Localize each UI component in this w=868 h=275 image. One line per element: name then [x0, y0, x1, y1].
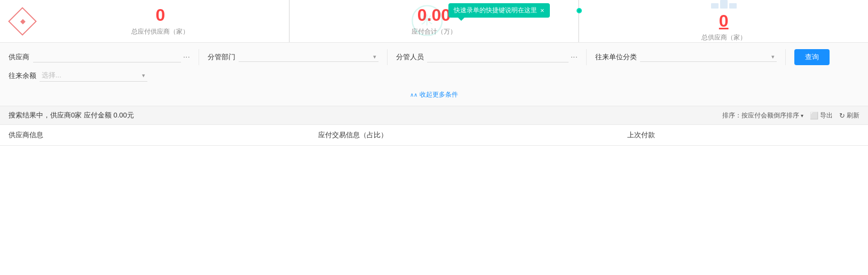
sort-chevron-icon: ▾ [801, 113, 803, 119]
total-suppliers-label: 总供应商（家） [701, 33, 746, 42]
refresh-label: 刷新 [847, 111, 859, 120]
refresh-icon: ↻ [839, 112, 845, 120]
table-header: 供应商信息 应付交易信息（占比） 上次付款 [0, 125, 868, 146]
stat-total-payable-suppliers: ◆ 0 总应付供应商（家） [0, 0, 289, 42]
supplier-input[interactable] [33, 52, 181, 62]
collapse-label: 收起更多条件 [420, 90, 458, 99]
icon-rect-2 [720, 0, 728, 9]
export-icon: ⬜ [810, 112, 818, 120]
logo-text: ◆ [20, 18, 25, 25]
filter-row-1: 供应商 ··· 分管部门 ▾ 分管人员 ··· 往来单位分类 ▾ [9, 49, 859, 65]
filter-divider-3 [586, 49, 587, 65]
table-body [0, 146, 868, 275]
export-label: 导出 [820, 111, 833, 120]
icon-rect-1 [711, 3, 719, 9]
filter-divider-1 [199, 49, 199, 65]
total-payable-suppliers-label: 总应付供应商（家） [131, 27, 189, 36]
col-transaction-header: 应付交易信息（占比） [318, 130, 628, 140]
tooltip-text: 快速录单的快捷键说明在这里 [454, 6, 537, 15]
svg-text:米: 米 [421, 13, 433, 26]
col-last-payment-header: 上次付款 [627, 130, 859, 140]
dept-label: 分管部门 [208, 52, 235, 62]
balance-chevron-icon: ▾ [142, 72, 145, 79]
collapse-chevron-icon: ∧∧ [410, 92, 417, 98]
filter-group-balance: 往来余额 选择... ▾ [9, 69, 147, 82]
stat-total-suppliers: 0 总供应商（家） [579, 0, 868, 42]
query-button[interactable]: 查询 [794, 49, 830, 65]
filter-divider-2 [387, 49, 388, 65]
person-label: 分管人员 [396, 52, 424, 62]
filter-group-dept: 分管部门 ▾ [208, 52, 378, 62]
dept-select[interactable]: ▾ [239, 52, 378, 62]
filter-group-person: 分管人员 ··· [396, 52, 578, 62]
filter-group-supplier: 供应商 ··· [9, 52, 190, 62]
stats-bar: ◆ 0 总应付供应商（家） 米 0.00 应付合计（万） 快速录单的快捷键说明在… [0, 0, 868, 43]
person-dots-button[interactable]: ··· [571, 53, 578, 61]
total-payable-suppliers-number: 0 [155, 6, 165, 25]
stat-payable-total: 米 0.00 应付合计（万） 快速录单的快捷键说明在这里 × [290, 0, 579, 42]
supplier-dots-button[interactable]: ··· [183, 53, 190, 61]
filter-group-unit-category: 往来单位分类 ▾ [595, 52, 777, 62]
result-actions: 排序：按应付会额倒序排序 ▾ ⬜ 导出 ↻ 刷新 [722, 111, 859, 120]
mint-icon: 米 [412, 5, 443, 36]
collapse-row: ∧∧ 收起更多条件 [9, 88, 859, 104]
tooltip-close-button[interactable]: × [540, 7, 545, 14]
dept-chevron-icon: ▾ [373, 53, 376, 60]
filter-bar: 供应商 ··· 分管部门 ▾ 分管人员 ··· 往来单位分类 ▾ [0, 43, 868, 106]
balance-label: 往来余额 [9, 71, 36, 81]
balance-select[interactable]: 选择... ▾ [40, 69, 147, 82]
person-input[interactable] [427, 52, 569, 62]
sort-label: 排序：按应付会额倒序排序 [722, 111, 799, 120]
unit-category-label: 往来单位分类 [595, 52, 637, 62]
filter-row-2: 往来余额 选择... ▾ [9, 69, 859, 84]
result-info-text: 搜索结果中，供应商0家 应付金额 0.00元 [9, 111, 134, 120]
tooltip-dot [577, 8, 582, 13]
tooltip-bubble: 快速录单的快捷键说明在这里 × [448, 3, 550, 18]
collapse-button[interactable]: ∧∧ 收起更多条件 [410, 90, 458, 99]
unit-category-chevron-icon: ▾ [771, 53, 775, 60]
filter-divider-4 [785, 49, 786, 65]
total-suppliers-number: 0 [719, 12, 729, 30]
export-button[interactable]: ⬜ 导出 [810, 111, 833, 120]
refresh-button[interactable]: ↻ 刷新 [839, 111, 859, 120]
sort-button[interactable]: 排序：按应付会额倒序排序 ▾ [722, 111, 803, 120]
balance-placeholder: 选择... [42, 70, 142, 80]
supplier-label: 供应商 [9, 52, 30, 62]
unit-category-select[interactable]: ▾ [640, 52, 777, 62]
result-bar: 搜索结果中，供应商0家 应付金额 0.00元 排序：按应付会额倒序排序 ▾ ⬜ … [0, 106, 868, 125]
icon-rect-3 [729, 3, 737, 9]
col-supplier-header: 供应商信息 [9, 130, 318, 140]
